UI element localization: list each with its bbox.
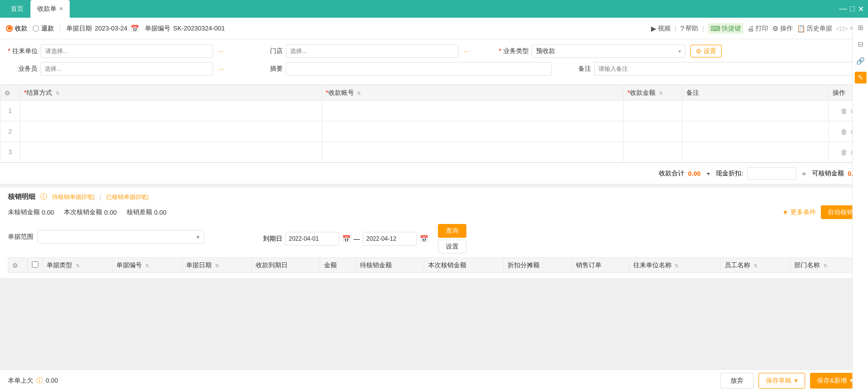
store-label: 门店 [253, 47, 283, 56]
row-payment-1[interactable] [20, 101, 322, 121]
right-btn-1[interactable]: ⊞ [855, 22, 867, 33]
staff-label: 业务员 [8, 64, 37, 73]
operation-btn[interactable]: ⚙ 操作 [772, 24, 793, 33]
bottom-col-number: 单据编号 ⇅ [112, 258, 182, 273]
history-icon: 📋 [797, 25, 805, 32]
row-account-3[interactable] [322, 142, 624, 163]
window-maximize-btn[interactable]: □ [850, 4, 855, 13]
biz-type-label: 业务类型 [499, 47, 529, 56]
shortcut-btn[interactable]: ⌨ 快捷键 [708, 23, 743, 34]
date-start-input[interactable] [285, 232, 339, 246]
more-conditions-btn[interactable]: ▼ 更多条件 [782, 208, 816, 217]
summary-input[interactable] [286, 62, 552, 76]
table-settings-icon[interactable]: ⚙ [4, 89, 10, 97]
store-more-icon[interactable]: ··· [463, 47, 469, 55]
tab-current[interactable]: 收款单 × [30, 0, 70, 18]
scope-select[interactable]: ▾ [37, 230, 204, 244]
date-end-input[interactable] [363, 232, 417, 246]
print-btn[interactable]: 🖨 打印 [747, 24, 768, 33]
query-button[interactable]: 查询 [438, 224, 466, 238]
row-account-1[interactable] [322, 101, 624, 121]
form-area: 往来单位 ··· 门店 ··· 业务类型 预收款 ▾ ⚙ 设置 业务员 ··· [0, 39, 868, 85]
scope-chevron-icon: ▾ [196, 233, 200, 241]
right-btn-2[interactable]: ⊟ [855, 38, 867, 50]
save-draft-button[interactable]: 保存草稿 ▾ [759, 373, 805, 389]
pending-tab[interactable]: 待核销单据(0笔) [52, 193, 95, 201]
doc-date-field: 单据日期 2023-03-24 📅 [66, 24, 139, 33]
select-all-checkbox[interactable] [32, 261, 38, 268]
bottom-action-buttons: 放弃 保存草稿 ▾ 保存&新增 ▾ [720, 373, 860, 389]
row-remark-3[interactable] [682, 142, 829, 163]
history-btn[interactable]: 📋 历史单据 [797, 24, 832, 33]
delete-row-1-icon[interactable]: 🗑 [841, 107, 847, 115]
biz-type-select[interactable]: 预收款 ▾ [532, 44, 685, 58]
biz-type-field: 业务类型 预收款 ▾ [499, 44, 685, 58]
abandon-button[interactable]: 放弃 [720, 373, 754, 389]
remark-input[interactable] [594, 62, 860, 76]
this-check-stat: 本次核销金额 0.00 [64, 208, 116, 217]
tab-close-icon[interactable]: × [59, 5, 63, 12]
main-table: ⚙ *结算方式 ⇅ *收款账号 ⇅ *收款金额 ⇅ 备注 操 [0, 85, 868, 163]
row-payment-3[interactable] [20, 142, 322, 163]
col-account: *收款账号 ⇅ [322, 85, 624, 101]
row-payment-2[interactable] [20, 121, 322, 142]
settings-button[interactable]: ⚙ 设置 [690, 45, 722, 57]
cash-discount-input[interactable] [747, 167, 796, 180]
total-label: 收款合计 [659, 169, 684, 178]
video-icon: ▶ [651, 25, 656, 32]
calendar-icon[interactable]: 📅 [131, 25, 139, 32]
diff-value: 0.00 [154, 209, 166, 216]
right-btn-4[interactable]: ✎ [855, 72, 867, 84]
row-remark-2[interactable] [682, 121, 829, 142]
diff-stat: 核销差额 0.00 [127, 208, 166, 217]
calendar-start-icon[interactable]: 📅 [342, 235, 351, 243]
sort-icon-partner: ⇅ [675, 263, 678, 268]
row-amount-3[interactable] [624, 142, 682, 163]
video-btn[interactable]: ▶ 视频 [651, 24, 671, 33]
bottom-settings-icon[interactable]: ⚙ [12, 262, 18, 269]
unchecked-stat: 未核销金额 0.00 [8, 208, 54, 217]
operation-icon: ⚙ [772, 25, 779, 32]
store-field: 门店 ··· [253, 44, 469, 58]
save-draft-chevron-icon: ▾ [794, 377, 798, 384]
radio-refund[interactable]: 退款 [32, 24, 54, 33]
sort-icon-account: ⇅ [357, 90, 361, 96]
scope-row: 单据范围 ▾ [8, 230, 253, 244]
filter-row: 单据范围 ▾ 到期日 📅 — 📅 查询 设置 [8, 224, 860, 253]
verify-info-icon[interactable]: ⓘ [40, 193, 47, 201]
row-amount-2[interactable] [624, 121, 682, 142]
calendar-end-icon[interactable]: 📅 [420, 235, 428, 243]
radio-receipt[interactable]: 收款 [6, 24, 27, 33]
sort-icon-doc-date: ⇅ [215, 263, 219, 268]
partner-field: 往来单位 ··· [8, 44, 224, 58]
radio-refund-indicator [32, 25, 39, 32]
sort-icon-staff: ⇅ [754, 263, 758, 268]
tab-home[interactable]: 首页 [4, 0, 30, 18]
biz-type-value: 预收款 [536, 47, 677, 56]
partner-input[interactable] [41, 44, 214, 58]
store-input[interactable] [286, 44, 459, 58]
layout-right-icon[interactable]: ▷ [843, 25, 848, 32]
staff-more-icon[interactable]: ··· [218, 65, 224, 73]
window-close-btn[interactable]: ✕ [858, 4, 864, 14]
staff-input[interactable] [40, 62, 213, 76]
delete-row-2-icon[interactable]: 🗑 [841, 128, 847, 136]
table-row: 3 🗑 ⊕ [0, 142, 868, 163]
row-amount-1[interactable] [624, 101, 682, 121]
bottom-col-settings: ⚙ [8, 258, 28, 273]
partner-more-icon[interactable]: ··· [218, 47, 224, 55]
date-label: 到期日 [263, 234, 282, 243]
done-tab[interactable]: 已核销单据(0笔) [106, 193, 149, 201]
right-btn-3[interactable]: 🔗 [855, 55, 867, 67]
row-remark-1[interactable] [682, 101, 829, 121]
scope-label: 单据范围 [8, 232, 33, 241]
row-account-2[interactable] [322, 121, 624, 142]
col-settings: ⚙ [0, 85, 20, 101]
layout-left-icon[interactable]: ◁ [836, 25, 841, 32]
table-settings-button[interactable]: 设置 [438, 240, 466, 253]
form-row-2: 业务员 ··· 摘要 备注 [8, 62, 860, 76]
tab-bar-controls: — □ ✕ [839, 4, 864, 14]
help-btn[interactable]: ? 帮助 [680, 24, 699, 33]
window-minimize-btn[interactable]: — [839, 4, 847, 13]
delete-row-3-icon[interactable]: 🗑 [841, 148, 847, 156]
